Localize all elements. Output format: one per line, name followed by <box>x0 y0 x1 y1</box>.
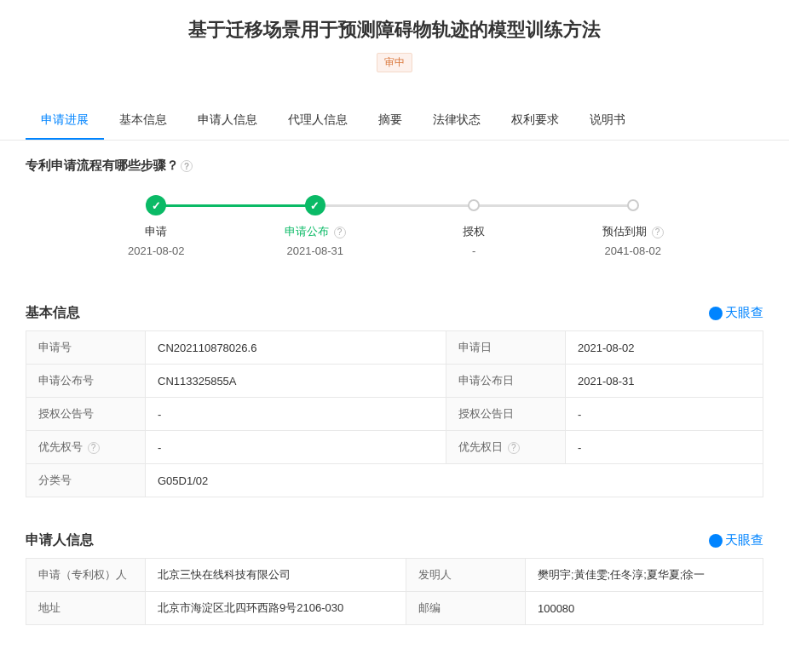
tab-agent[interactable]: 代理人信息 <box>273 102 363 140</box>
help-icon[interactable]: ? <box>652 227 664 238</box>
field-value-link[interactable]: 北京三快在线科技有限公司 <box>146 559 406 592</box>
field-label: 分类号 <box>26 464 146 497</box>
progress-question: 专利申请流程有哪些步骤？? <box>26 158 763 174</box>
field-value-link[interactable]: G05D1/02 <box>146 464 763 497</box>
step-date: 2041-08-02 <box>554 244 713 257</box>
tab-basic[interactable]: 基本信息 <box>104 102 182 140</box>
field-label: 优先权号 ? <box>26 431 146 464</box>
field-label: 申请号 <box>26 331 146 365</box>
field-value: 100080 <box>525 592 763 625</box>
step-label: 申请公布 ? <box>236 224 395 239</box>
help-icon[interactable]: ? <box>334 227 346 238</box>
field-value: CN113325855A <box>146 365 446 398</box>
step-done-icon <box>305 195 325 215</box>
field-label: 申请（专利权）人 <box>26 559 146 592</box>
step-date: 2021-08-02 <box>77 244 236 257</box>
step-date: 2021-08-31 <box>236 244 395 257</box>
applicant-info-title: 申请人信息 <box>26 531 94 549</box>
step-done-icon <box>146 195 166 215</box>
step-pending-icon <box>627 199 639 211</box>
field-label: 申请公布号 <box>26 365 146 398</box>
field-value: 2021-08-02 <box>566 331 763 365</box>
watermark: 天眼查 <box>709 305 763 321</box>
tab-applicant[interactable]: 申请人信息 <box>182 102 273 140</box>
page-title: 基于迁移场景用于预测障碍物轨迹的模型训练方法 <box>0 17 789 43</box>
tab-abstract[interactable]: 摘要 <box>363 102 418 140</box>
progress-timeline: 申请 2021-08-02 申请公布 ? 2021-08-31 授权 - 预估到… <box>26 195 763 274</box>
field-value: - <box>566 431 763 464</box>
help-icon[interactable]: ? <box>181 160 193 172</box>
status-badge: 审中 <box>377 53 412 72</box>
field-value: - <box>566 398 763 431</box>
field-value: 2021-08-31 <box>566 365 763 398</box>
step-label: 预估到期 ? <box>554 224 713 239</box>
step-pending-icon <box>468 199 480 211</box>
field-label: 邮编 <box>406 592 525 625</box>
step-date: - <box>394 244 554 257</box>
basic-info-table: 申请号 CN202110878026.6 申请日 2021-08-02 申请公布… <box>26 330 763 497</box>
help-icon[interactable]: ? <box>88 442 100 454</box>
tab-spec[interactable]: 说明书 <box>574 102 641 140</box>
tab-progress[interactable]: 申请进展 <box>26 102 104 140</box>
watermark: 天眼查 <box>709 532 763 549</box>
field-label: 授权公告日 <box>446 398 566 431</box>
field-value: - <box>146 398 446 431</box>
field-value: 樊明宇;黃佳雯;任冬淳;夏华夏;徐一 <box>525 559 763 592</box>
field-label: 申请公布日 <box>446 365 566 398</box>
field-label: 授权公告号 <box>26 398 146 431</box>
step-label: 授权 <box>394 224 554 239</box>
field-value: 北京市海淀区北四环西路9号2106-030 <box>146 592 406 625</box>
tab-claims[interactable]: 权利要求 <box>496 102 574 140</box>
applicant-info-table: 申请（专利权）人 北京三快在线科技有限公司 发明人 樊明宇;黃佳雯;任冬淳;夏华… <box>26 558 763 625</box>
field-value: CN202110878026.6 <box>146 331 446 365</box>
field-label: 发明人 <box>406 559 525 592</box>
step-label: 申请 <box>77 224 236 239</box>
tab-legal[interactable]: 法律状态 <box>418 102 496 140</box>
field-value: - <box>146 431 446 464</box>
basic-info-title: 基本信息 <box>26 304 80 322</box>
field-label: 申请日 <box>446 331 566 365</box>
tab-bar: 申请进展 基本信息 申请人信息 代理人信息 摘要 法律状态 权利要求 说明书 <box>0 102 789 141</box>
field-label: 地址 <box>26 592 146 625</box>
field-label: 优先权日 ? <box>446 431 566 464</box>
help-icon[interactable]: ? <box>508 442 520 454</box>
